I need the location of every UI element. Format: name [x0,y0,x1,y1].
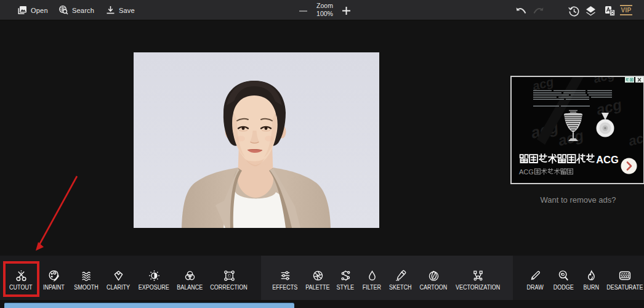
svg-text:ACG: ACG [519,168,534,176]
svg-text:ACG: ACG [596,154,619,165]
